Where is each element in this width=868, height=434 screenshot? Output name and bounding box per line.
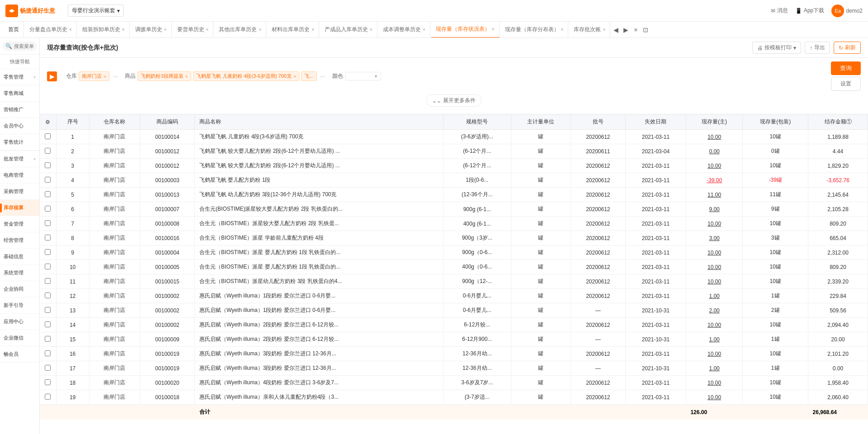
sidebar-item-app-center[interactable]: 应用中心 — [0, 314, 39, 330]
row-stock-main[interactable]: 10.00 — [686, 274, 742, 289]
tab-other-out[interactable]: 其他出库单历史 × — [214, 22, 266, 38]
sidebar-item-ecommerce[interactable]: 电商管理 — [0, 167, 39, 184]
tab-requisition[interactable]: 要货单历史 × — [173, 22, 214, 38]
row-checkbox[interactable] — [40, 188, 56, 202]
row-stock-main[interactable]: 11.00 — [686, 188, 742, 202]
row-checkbox[interactable] — [40, 318, 56, 332]
row-stock-main[interactable]: 10.00 — [686, 318, 742, 332]
row-checkbox[interactable] — [40, 274, 56, 289]
row-stock-main[interactable]: 10.00 — [686, 245, 742, 260]
row-stock-main[interactable]: 10.00 — [686, 130, 742, 144]
goods-tag-2-close[interactable]: × — [293, 74, 296, 79]
tab-next-btn[interactable]: ▶ — [621, 25, 630, 34]
tab-batch-ledger[interactable]: 库存批次账 × — [569, 22, 610, 38]
row-checkbox[interactable] — [40, 173, 56, 188]
row-stock-main[interactable]: 10.00 — [686, 347, 742, 361]
sidebar-item-wholesale[interactable]: 批发管理 ▾ — [0, 151, 39, 167]
row-checkbox[interactable] — [40, 245, 56, 260]
row-checkbox[interactable] — [40, 376, 56, 390]
row-stock-main[interactable]: 2.00 — [686, 303, 742, 318]
warehouse-tag-close[interactable]: × — [104, 74, 106, 79]
sidebar-search-box[interactable]: 🔍 — [3, 42, 37, 51]
tab-close-icon[interactable]: × — [69, 27, 72, 32]
sidebar-quick-nav[interactable]: 快捷导航 — [0, 55, 39, 69]
app-download-btn[interactable]: 📱 App下载 — [795, 7, 824, 14]
tab-close-icon[interactable]: × — [492, 27, 495, 32]
row-checkbox[interactable] — [40, 289, 56, 303]
sidebar-item-purchase[interactable]: 采购管理 — [0, 184, 39, 200]
row-stock-main[interactable]: 10.00 — [686, 390, 742, 405]
tab-prev-btn[interactable]: ◀ — [611, 25, 620, 34]
row-stock-main[interactable]: 10.00 — [686, 159, 742, 173]
row-stock-main[interactable]: 10.00 — [686, 217, 742, 231]
tab-close-icon[interactable]: × — [122, 27, 125, 32]
tab-close-icon[interactable]: × — [370, 27, 373, 32]
warehouse-tag[interactable]: 南岸门店 × — [79, 71, 109, 81]
tab-cost-adjust[interactable]: 成本调整单历史 × — [378, 22, 430, 38]
message-btn[interactable]: ✉ 消息 — [771, 7, 788, 14]
tab-close-icon[interactable]: × — [561, 27, 564, 32]
row-stock-main[interactable]: 10.00 — [686, 376, 742, 390]
sidebar-item-operation[interactable]: 经营管理 — [0, 232, 39, 249]
row-checkbox[interactable] — [40, 303, 56, 318]
sidebar-search-input[interactable] — [14, 43, 34, 49]
row-checkbox[interactable] — [40, 332, 56, 347]
row-stock-main[interactable]: 3.00 — [686, 231, 742, 245]
row-checkbox[interactable] — [40, 144, 56, 159]
row-checkbox[interactable] — [40, 361, 56, 376]
row-stock-main[interactable]: 1.00 — [686, 361, 742, 376]
sidebar-item-retail-stats[interactable]: 零售统计 — [0, 134, 39, 151]
tab-close-icon[interactable]: × — [311, 27, 314, 32]
row-stock-main[interactable]: -39.00 — [686, 173, 742, 188]
tab-close-icon[interactable]: × — [423, 27, 425, 32]
export-btn[interactable]: ↑ 导出 — [805, 42, 830, 54]
sidebar-item-member-card[interactable]: 畅会员 — [0, 346, 39, 363]
row-stock-main[interactable]: 9.00 — [686, 202, 742, 217]
sidebar-item-retail-shop[interactable]: 零售商城 — [0, 85, 39, 102]
tab-disassembly[interactable]: 组装拆卸单历史 × — [78, 22, 130, 38]
tab-close-icon[interactable]: × — [259, 27, 261, 32]
tab-product-in[interactable]: 产成品入库单历史 × — [320, 22, 377, 38]
sidebar-item-enterprise-wechat[interactable]: 企业微信 — [0, 330, 39, 346]
warehouse-more-btn[interactable]: ··· — [111, 72, 119, 80]
tab-stock-status[interactable]: 现存量（库存状况表） × — [431, 22, 500, 38]
sidebar-item-finance[interactable]: 资金管理 — [0, 216, 39, 232]
sidebar-item-retail[interactable]: 零售管理 ▾ — [0, 69, 39, 85]
sidebar-item-inventory[interactable]: 库存核算 — [0, 200, 39, 216]
row-checkbox[interactable] — [40, 159, 56, 173]
color-selector[interactable]: ▾ — [345, 72, 381, 80]
tab-close-icon[interactable]: × — [603, 27, 605, 32]
settings-button[interactable]: 设置 — [831, 77, 861, 91]
row-stock-main[interactable]: 10.00 — [686, 260, 742, 274]
sidebar-item-basic[interactable]: 基础信息 — [0, 249, 39, 265]
row-stock-main[interactable]: 1.00 — [686, 289, 742, 303]
sidebar-item-enterprise[interactable]: 企业协同 — [0, 281, 39, 297]
template-print-btn[interactable]: 🖨 按模板打印 ▾ — [752, 42, 801, 54]
company-selector[interactable]: 母婴行业演示账套 ▾ — [68, 5, 124, 17]
tab-material-out[interactable]: 材料出库单历史 × — [267, 22, 319, 38]
sidebar-item-new-guide[interactable]: 新手引导 — [0, 297, 39, 314]
filter-expand-arrow[interactable]: ▶ — [47, 71, 57, 81]
goods-tag-1[interactable]: 飞鹤奶粉3段两提装 × — [137, 71, 191, 81]
row-checkbox[interactable] — [40, 347, 56, 361]
row-checkbox[interactable] — [40, 130, 56, 144]
goods-tag-2[interactable]: 飞鹤星飞帆 儿童奶粉 4段(3-6岁适用) 700克 × — [193, 71, 299, 81]
sidebar-item-marketing[interactable]: 营销推广 — [0, 102, 39, 118]
row-checkbox[interactable] — [40, 217, 56, 231]
sidebar-item-member[interactable]: 会员中心 — [0, 118, 39, 134]
user-area[interactable]: Ea demo2 — [831, 5, 863, 17]
tab-close-all-btn[interactable]: × — [631, 25, 640, 34]
expand-more-btn[interactable]: ⌄⌄ 展开更多条件 — [426, 94, 481, 107]
query-button[interactable]: 查询 — [831, 61, 861, 75]
row-checkbox[interactable] — [40, 260, 56, 274]
tab-restore-btn[interactable]: ⊡ — [641, 25, 650, 34]
tab-close-icon[interactable]: × — [164, 27, 167, 32]
row-stock-main[interactable]: 1.00 — [686, 332, 742, 347]
tab-mix[interactable]: 调拨单历史 × — [131, 22, 172, 38]
row-stock-main[interactable]: 0.00 — [686, 144, 742, 159]
row-checkbox[interactable] — [40, 390, 56, 405]
tab-partial-inventory[interactable]: 分量盘点单历史 × — [25, 22, 77, 38]
tab-close-icon[interactable]: × — [206, 27, 209, 32]
refresh-btn[interactable]: ↻ 刷新 — [834, 42, 861, 54]
sidebar-item-system[interactable]: 系统管理 — [0, 265, 39, 281]
